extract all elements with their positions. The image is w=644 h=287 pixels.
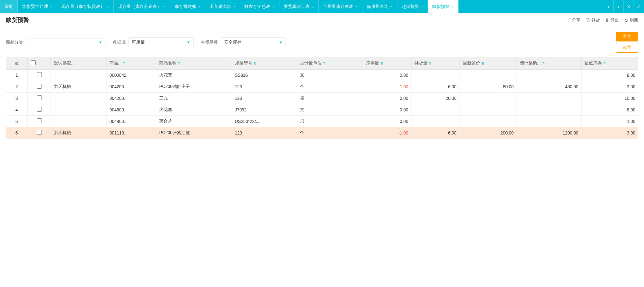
tab-close-order-stats[interactable]: × [312, 5, 314, 9]
tab-close-shortage[interactable]: × [452, 5, 454, 9]
export-action[interactable]: ⬇ 导出 [605, 17, 619, 23]
row-checkbox[interactable] [37, 118, 42, 123]
nav-close-button[interactable]: × [624, 0, 634, 13]
nav-maximize-button[interactable]: ⤢ [634, 0, 644, 13]
cell-spec: J7092 [232, 104, 297, 116]
cell-latest_price: 80.00 [460, 81, 517, 93]
row-number: 4 [6, 104, 28, 116]
row-checkbox[interactable] [37, 107, 42, 112]
row-checkbox-cell[interactable] [28, 127, 51, 139]
tab-close-overstock[interactable]: × [421, 5, 423, 9]
tab-close-inventory-status[interactable]: × [107, 5, 109, 9]
export-label: 导出 [610, 17, 619, 23]
refresh-action[interactable]: ↻ 刷新 [624, 17, 638, 23]
settings-gear-icon[interactable]: ⚙ [14, 61, 19, 66]
col-header-min_stock[interactable]: 最低库存⇅ [582, 57, 638, 70]
col-header-replenish[interactable]: 补货量⇅ [411, 57, 460, 70]
header-actions: ⤴ 分享 ☑ 补货 ⬇ 导出 ↻ 刷新 [568, 17, 638, 23]
nav-tab-inventory-dist[interactable]: 现存量（库存分布表）× [114, 0, 170, 13]
row-checkbox-cell[interactable] [28, 70, 51, 81]
cell-product_name: PC200张紧油缸 [156, 127, 232, 139]
tab-close-inout-flow[interactable]: × [233, 5, 235, 9]
cell-min_stock: 3.00 [582, 81, 638, 93]
cell-product_code: 0000042 [106, 70, 156, 81]
cell-product_name: 火花塞 [156, 70, 232, 81]
nav-next-button[interactable]: › [614, 0, 624, 13]
tab-close-expiry-query[interactable]: × [391, 5, 393, 9]
select-all-checkbox[interactable] [31, 60, 36, 65]
cell-product_name: 火花塞 [156, 104, 232, 116]
col-header-stock[interactable]: 库存量⇅ [363, 57, 412, 70]
datasource-select[interactable]: 可用量 ▼ [129, 37, 193, 47]
row-checkbox[interactable] [37, 130, 42, 135]
share-icon: ⤴ [568, 18, 570, 23]
datasource-value: 可用量 [132, 39, 145, 45]
replenish-base-select[interactable]: 安全库存 ▼ [221, 37, 286, 47]
col-label-product_code: 商品... [109, 60, 122, 66]
sort-icon-product_code: ⇅ [123, 62, 126, 65]
nav-tab-order-stats[interactable]: 要货单统计表× [279, 0, 319, 13]
col-label-est_purchase: 预计采购... [520, 60, 541, 66]
settings-button[interactable]: 设置 [616, 43, 638, 53]
table-row: 2力天机械004200...PC200油缸庄子123个-1.006.0080.0… [6, 81, 638, 93]
cell-latest_price [460, 70, 517, 81]
nav-tab-inout-flow[interactable]: 出入库流水× [205, 0, 240, 13]
refresh-icon: ↻ [624, 18, 628, 23]
col-header-latest_price[interactable]: 最新进价⇅ [460, 57, 517, 70]
datasource-label: 数据源 [113, 39, 126, 45]
cell-stock: 0.00 [363, 104, 412, 116]
cell-spec: SS816 [232, 70, 297, 81]
cell-replenish: 6.00 [411, 81, 460, 93]
tab-close-abnormal[interactable]: × [50, 5, 52, 9]
row-checkbox-cell[interactable] [28, 104, 51, 116]
cell-min_stock: 3.00 [582, 127, 638, 139]
col-header-unit[interactable]: 主计量单位⇅ [297, 57, 363, 70]
col-header-est_purchase[interactable]: 预计采购...⇅ [517, 57, 581, 70]
nav-tab-home[interactable]: 首页 [0, 0, 18, 13]
col-header-default_supplier[interactable]: 默认供应... [51, 57, 106, 70]
nav-tab-batch-account[interactable]: 库存批次账× [170, 0, 205, 13]
nav-tab-inventory-status[interactable]: 现存量（库存状况表）× [57, 0, 114, 13]
col-header-spec[interactable]: 规格型号⇅ [232, 57, 297, 70]
share-action[interactable]: ⤴ 分享 [568, 17, 580, 23]
row-number: 3 [6, 93, 28, 104]
nav-tab-expiry-query[interactable]: 保质期查询× [362, 0, 397, 13]
replenish-base-dropdown-arrow: ▼ [279, 40, 283, 44]
nav-tab-overstock[interactable]: 超储预警× [397, 0, 428, 13]
cell-spec: 123 [232, 127, 297, 139]
replenish-base-value: 安全库存 [224, 39, 242, 45]
cell-min_stock: 8.00 [582, 70, 638, 81]
tab-close-receive-summary[interactable]: × [273, 5, 275, 9]
cell-unit: 支 [297, 70, 363, 81]
row-checkbox-cell[interactable] [28, 93, 51, 104]
row-checkbox-cell[interactable] [28, 116, 51, 127]
table-container: ⚙默认供应...商品...⇅商品名称⇅规格型号⇅主计量单位⇅库存量⇅补货量⇅最新… [0, 57, 644, 139]
row-number: 1 [6, 70, 28, 81]
filter-actions: 查询 设置 [616, 32, 638, 53]
cell-spec: 123 [232, 81, 297, 93]
category-select[interactable]: ▼ [26, 39, 105, 46]
row-checkbox-cell[interactable] [28, 81, 51, 93]
sort-icon-spec: ⇅ [254, 62, 257, 65]
cell-default_supplier [51, 104, 106, 116]
row-checkbox[interactable] [37, 84, 42, 89]
nav-tab-available-ledger[interactable]: 可用量库存账本× [319, 0, 362, 13]
cell-default_supplier [51, 93, 106, 104]
tab-close-inventory-dist[interactable]: × [164, 5, 166, 9]
cell-replenish [411, 116, 460, 127]
query-button[interactable]: 查询 [616, 32, 638, 41]
nav-tab-abnormal[interactable]: 炼货异常处理× [18, 0, 57, 13]
col-header-product_code[interactable]: 商品...⇅ [106, 57, 156, 70]
nav-tab-receive-summary[interactable]: 收发存汇总表× [240, 0, 279, 13]
nav-prev-button[interactable]: ‹ [604, 0, 614, 13]
tab-close-available-ledger[interactable]: × [356, 5, 358, 9]
cell-default_supplier: 力天机械 [51, 127, 106, 139]
nav-tab-shortage[interactable]: 缺货预警× [428, 0, 458, 13]
cell-product_code: 004200... [106, 81, 156, 93]
cell-min_stock: 8.00 [582, 104, 638, 116]
tab-close-batch-account[interactable]: × [199, 5, 201, 9]
row-checkbox[interactable] [37, 72, 42, 77]
row-checkbox[interactable] [37, 95, 42, 100]
col-header-product_name[interactable]: 商品名称⇅ [156, 57, 232, 70]
replenish-action[interactable]: ☑ 补货 [586, 17, 600, 23]
